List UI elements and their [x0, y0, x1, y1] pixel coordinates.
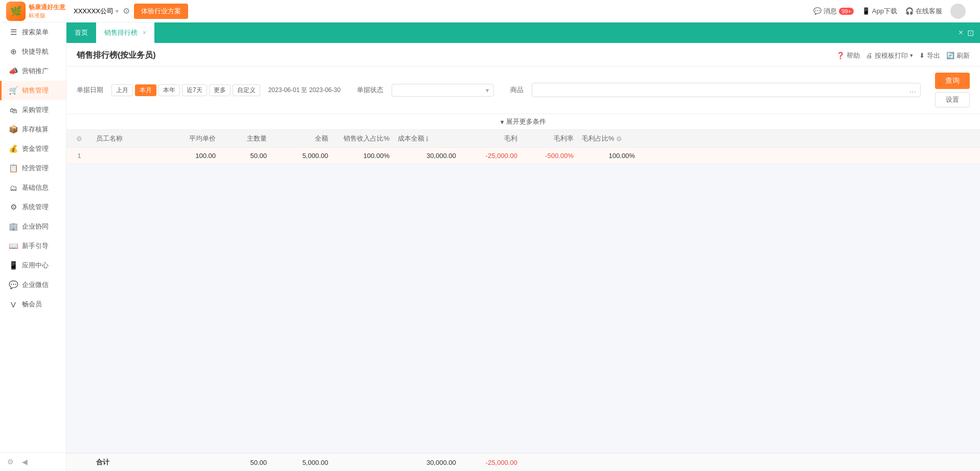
sidebar-icon-finance: 💰 — [9, 144, 18, 153]
footer-amount: 5,000.00 — [271, 459, 332, 466]
sidebar-item-marketing[interactable]: 📣 营销推广 — [0, 61, 66, 81]
tab-window-expand[interactable]: ⊡ — [967, 28, 974, 38]
row-cost: 30,000.00 — [394, 152, 460, 160]
page-title: 销售排行榜(按业务员) — [77, 50, 156, 61]
main-content: 销售排行榜(按业务员) ❓ 帮助 🖨 按模板打印 ▾ ⬇ — [66, 43, 980, 453]
date-filter-label: 单据日期 — [77, 85, 103, 95]
sidebar-label-system: 系统管理 — [22, 203, 49, 212]
sidebar-label-search-order: 搜索菜单 — [22, 28, 49, 37]
goods-more-icon[interactable]: ... — [909, 85, 916, 95]
profit-pct-info-icon[interactable]: ⚙ — [616, 135, 622, 143]
sidebar-item-enterprise[interactable]: 🏢 企业协同 — [0, 217, 66, 236]
refresh-btn[interactable]: 🔄 刷新 — [946, 51, 970, 60]
sidebar-label-marketing: 营销推广 — [22, 66, 49, 76]
message-icon: 💬 — [813, 7, 822, 15]
user-avatar[interactable] — [950, 4, 966, 19]
gear-icon[interactable]: ⚙ — [123, 6, 130, 16]
online-service-btn[interactable]: 🎧 在线客服 — [905, 7, 942, 16]
date-btn-上月[interactable]: 上月 — [111, 84, 133, 96]
status-select[interactable]: ▾ — [392, 84, 494, 97]
col-header-profit-rate: 毛利率 — [521, 134, 578, 143]
tab-right: × ⊡ — [959, 28, 980, 38]
date-btn-自定义[interactable]: 自定义 — [233, 84, 260, 96]
sidebar-item-basic-info[interactable]: 🗂 基础信息 — [0, 178, 66, 197]
footer-label: 合计 — [92, 458, 164, 467]
date-btn-本月[interactable]: 本月 — [135, 84, 156, 96]
date-btn-本年[interactable]: 本年 — [158, 84, 180, 96]
sidebar-item-purchase-mgmt[interactable]: 🛍 采购管理 — [0, 100, 66, 120]
help-btn[interactable]: ❓ 帮助 — [836, 51, 860, 60]
expand-icon: ▾ — [500, 118, 504, 126]
col-header-amount: 全额 — [271, 134, 332, 143]
table-settings-icon[interactable]: ⚙ — [66, 135, 92, 143]
sidebar-item-sales-mgmt[interactable]: 🛒 销售管理 — [0, 81, 66, 100]
message-btn[interactable]: 💬 消息 99+ — [813, 7, 854, 16]
tab-window-close[interactable]: × — [959, 28, 963, 37]
sidebar-item-finance[interactable]: 💰 资金管理 — [0, 139, 66, 159]
export-btn[interactable]: ⬇ 导出 — [919, 51, 940, 60]
table-row: 1 100.00 50.00 5,000.00 100.00% 30,000.0… — [66, 148, 980, 164]
footer-cost: 30,000.00 — [394, 459, 460, 466]
row-profit: -25,000.00 — [460, 152, 521, 160]
row-avg-price: 100.00 — [164, 152, 220, 160]
sidebar-label-wechat: 企业微信 — [22, 280, 49, 289]
sidebar-item-inventory[interactable]: 📦 库存核算 — [0, 120, 66, 139]
message-badge: 99+ — [839, 8, 854, 15]
print-btn[interactable]: 🖨 按模板打印 ▾ — [866, 51, 913, 60]
row-qty: 50.00 — [220, 152, 271, 160]
sidebar-label-guide: 新手引导 — [22, 241, 49, 251]
date-btn-近7天[interactable]: 近7天 — [182, 84, 207, 96]
row-sales-pct: 100.00% — [332, 152, 394, 160]
sidebar-label-quick-nav: 快捷导航 — [22, 47, 49, 56]
tab-sales-ranking[interactable]: 销售排行榜 × — [96, 23, 154, 43]
sidebar-icon-inventory: 📦 — [9, 125, 18, 134]
collapse-icon[interactable]: ◀ — [22, 458, 28, 466]
sidebar-icon-basic-info: 🗂 — [9, 184, 18, 192]
app-download-btn[interactable]: 📱 App下载 — [862, 7, 897, 16]
sidebar-item-search-order[interactable]: ☰ 搜索菜单 — [0, 23, 66, 42]
sidebar-icon-quick-nav: ⊕ — [9, 47, 18, 56]
tab-home[interactable]: 首页 — [66, 23, 96, 43]
col-header-avg-price: 平均单价 — [164, 134, 220, 143]
table-footer: 合计 50.00 5,000.00 30,000.00 -25,000.00 — [66, 453, 980, 471]
sidebar-icon-operations: 📋 — [9, 164, 18, 173]
tab-close-icon[interactable]: × — [143, 29, 146, 36]
cost-info-icon[interactable]: ℹ — [426, 135, 428, 143]
goods-input[interactable]: ... — [532, 83, 921, 97]
status-filter-label: 单据状态 — [357, 85, 383, 95]
sidebar-item-guide[interactable]: 📖 新手引导 — [0, 236, 66, 256]
sidebar-icon-marketing: 📣 — [9, 66, 18, 76]
date-btn-更多[interactable]: 更多 — [209, 84, 231, 96]
goods-filter-label: 商品 — [510, 85, 523, 95]
sidebar-icon-guide: 📖 — [9, 241, 18, 251]
expand-conditions-btn[interactable]: ▾ 展开更多条件 — [500, 117, 546, 126]
settings-button[interactable]: 设置 — [935, 92, 970, 107]
sidebar-item-member[interactable]: V 畅会员 — [0, 295, 66, 314]
sidebar-item-operations[interactable]: 📋 经营管理 — [0, 159, 66, 178]
settings-icon[interactable]: ⚙ — [7, 458, 14, 466]
sidebar-icon-member: V — [9, 300, 18, 309]
filter-row-1: 单据日期 上月本月本年近7天更多自定义 2023-06-01 至 2023-06… — [77, 73, 970, 107]
col-header-qty: 主数量 — [220, 134, 271, 143]
footer-profit: -25,000.00 — [460, 459, 521, 466]
top-bar: 🌿 畅康通好生意 标准版 XXXXXX公司 ▾ ⚙ 体验行业方案 💬 消息 99… — [0, 0, 980, 23]
sidebar-label-app-center: 应用中心 — [22, 261, 49, 270]
sidebar-item-quick-nav[interactable]: ⊕ 快捷导航 — [0, 42, 66, 61]
company-selector[interactable]: XXXXXX公司 ▾ — [74, 7, 119, 16]
page-header-actions: ❓ 帮助 🖨 按模板打印 ▾ ⬇ 导出 🔄 — [836, 51, 970, 60]
row-profit-rate: -500.00% — [521, 152, 578, 160]
export-icon: ⬇ — [919, 52, 925, 59]
experience-btn[interactable]: 体验行业方案 — [134, 4, 188, 19]
query-button[interactable]: 查询 — [935, 73, 970, 89]
top-bar-right: 💬 消息 99+ 📱 App下载 🎧 在线客服 — [813, 4, 974, 19]
sidebar-item-app-center[interactable]: 📱 应用中心 — [0, 256, 66, 275]
sidebar-item-system[interactable]: ⚙ 系统管理 — [0, 197, 66, 217]
query-btn-area: 查询 设置 — [929, 73, 970, 107]
sidebar-bottom: ⚙ ◀ — [0, 452, 66, 471]
content-area: 首页 销售排行榜 × × ⊡ 销售排行榜(按业务员) — [66, 23, 980, 471]
sidebar-item-wechat[interactable]: 💬 企业微信 — [0, 275, 66, 295]
app-logo: 🌿 — [6, 2, 26, 21]
status-select-arrow: ▾ — [486, 86, 489, 94]
col-header-sales-pct: 销售收入占比% — [332, 134, 394, 143]
sidebar: ☰ 搜索菜单 ⊕ 快捷导航 📣 营销推广 🛒 销售管理 🛍 采购管理 📦 库存核… — [0, 23, 66, 471]
